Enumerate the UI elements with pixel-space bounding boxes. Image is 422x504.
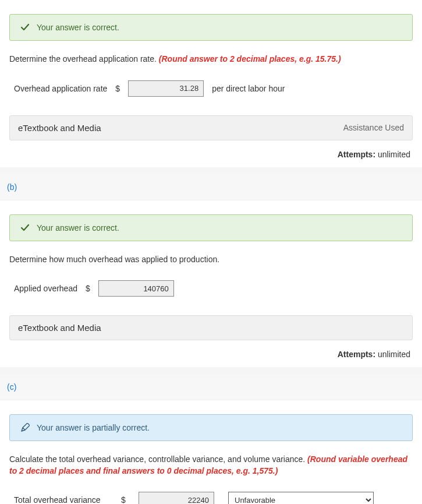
unit-label: per direct labor hour bbox=[212, 84, 285, 93]
part-c-card: (c) Your answer is partially correct. Ca… bbox=[0, 374, 422, 504]
feedback-banner-correct: Your answer is correct. bbox=[9, 214, 413, 241]
check-icon bbox=[20, 23, 30, 32]
feedback-banner-correct: Your answer is correct. bbox=[9, 14, 413, 41]
attempts-line: Attempts: unlimited bbox=[9, 145, 413, 167]
currency-symbol: $ bbox=[121, 495, 130, 504]
instruction-plain: Determine how much overhead was applied … bbox=[9, 255, 219, 264]
check-icon bbox=[20, 223, 30, 232]
pencil-icon bbox=[20, 423, 30, 432]
feedback-text: Your answer is correct. bbox=[37, 223, 119, 232]
instruction-rounding: (Round answer to 2 decimal places, e.g. … bbox=[159, 54, 341, 64]
input-total-overhead-variance[interactable] bbox=[139, 492, 214, 504]
part-b-card: (b) Your answer is correct. Determine ho… bbox=[0, 174, 422, 368]
label-total-overhead-variance: Total overhead variance bbox=[14, 495, 113, 504]
assistance-used: Assistance Used bbox=[343, 123, 404, 132]
instruction: Calculate the total overhead variance, c… bbox=[9, 452, 413, 488]
input-row-overhead-rate: Overhead application rate $ per direct l… bbox=[9, 77, 413, 111]
part-b-label: (b) bbox=[0, 174, 422, 200]
attempts-line: Attempts: unlimited bbox=[9, 345, 413, 367]
currency-symbol: $ bbox=[86, 284, 90, 293]
attempts-value: unlimited bbox=[375, 350, 410, 359]
instruction: Determine how much overhead was applied … bbox=[9, 252, 413, 277]
feedback-banner-partial: Your answer is partially correct. bbox=[9, 414, 413, 441]
label-overhead-rate: Overhead application rate bbox=[14, 84, 107, 93]
variance-grid: Total overhead variance $ Unfavorable Co… bbox=[9, 488, 413, 504]
part-c-label: (c) bbox=[0, 374, 422, 400]
etextbook-label: eTextbook and Media bbox=[18, 323, 101, 333]
etextbook-label: eTextbook and Media bbox=[18, 123, 101, 133]
label-applied-overhead: Applied overhead bbox=[14, 284, 77, 293]
currency-symbol: $ bbox=[115, 84, 120, 93]
attempts-label: Attempts: bbox=[338, 350, 375, 359]
etextbook-bar[interactable]: eTextbook and Media bbox=[9, 315, 413, 340]
feedback-text: Your answer is partially correct. bbox=[37, 423, 150, 432]
input-applied-overhead[interactable] bbox=[98, 280, 174, 297]
instruction-plain: Calculate the total overhead variance, c… bbox=[9, 454, 307, 464]
etextbook-bar[interactable]: eTextbook and Media Assistance Used bbox=[9, 115, 413, 140]
feedback-text: Your answer is correct. bbox=[37, 23, 119, 32]
instruction-plain: Determine the overhead application rate. bbox=[9, 54, 159, 64]
instruction: Determine the overhead application rate.… bbox=[9, 51, 413, 77]
select-total-overhead-variance[interactable]: Unfavorable bbox=[228, 492, 374, 504]
input-overhead-rate[interactable] bbox=[128, 80, 204, 97]
part-a-card: Your answer is correct. Determine the ov… bbox=[0, 0, 422, 167]
attempts-label: Attempts: bbox=[338, 150, 375, 159]
attempts-value: unlimited bbox=[375, 150, 410, 159]
input-row-applied-overhead: Applied overhead $ bbox=[9, 277, 413, 311]
